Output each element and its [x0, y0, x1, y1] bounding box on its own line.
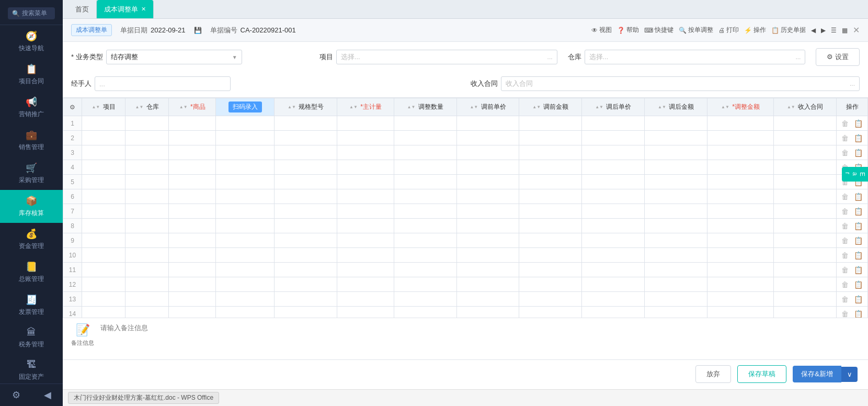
table-cell[interactable] [582, 233, 645, 248]
table-cell[interactable] [456, 219, 519, 233]
sidebar-item-invoice-mgmt[interactable]: 🧾 发票管理 [0, 289, 63, 322]
table-cell[interactable] [275, 204, 337, 219]
income-contract-input[interactable]: 收入合同 ... [501, 76, 860, 91]
table-cell[interactable] [774, 277, 837, 292]
table-cell[interactable] [169, 233, 216, 248]
copy-icon[interactable]: 📋 [854, 310, 863, 318]
table-cell[interactable] [125, 131, 169, 145]
copy-icon[interactable]: 📋 [854, 295, 863, 303]
delete-icon[interactable]: 🗑 [841, 207, 849, 216]
copy-icon[interactable]: 📋 [854, 251, 863, 260]
biz-type-input[interactable]: 结存调整 ▼ [106, 50, 242, 64]
table-cell[interactable] [337, 219, 394, 233]
collapse-icon[interactable]: ◀ [44, 389, 51, 401]
copy-icon[interactable]: 📋 [854, 119, 863, 128]
table-cell[interactable] [582, 175, 645, 189]
delete-icon[interactable]: 🗑 [841, 251, 849, 260]
table-cell[interactable] [337, 131, 394, 145]
table-cell[interactable] [774, 116, 837, 131]
table-cell[interactable] [456, 263, 519, 277]
table-cell[interactable] [519, 189, 582, 204]
table-cell[interactable] [394, 307, 456, 318]
table-cell[interactable] [275, 189, 337, 204]
tab-home[interactable]: 首页 [68, 0, 97, 18]
col-settings[interactable]: ⚙ [63, 98, 82, 116]
copy-icon[interactable]: 📋 [854, 266, 863, 274]
table-cell[interactable] [169, 131, 216, 145]
table-cell[interactable] [774, 219, 837, 233]
table-cell[interactable] [707, 204, 774, 219]
table-cell[interactable] [337, 292, 394, 307]
table-cell[interactable] [582, 204, 645, 219]
table-cell[interactable] [707, 175, 774, 189]
table-cell[interactable] [337, 175, 394, 189]
table-cell[interactable] [169, 248, 216, 263]
table-cell[interactable] [774, 248, 837, 263]
project-input[interactable]: 选择... ... [336, 50, 557, 64]
table-cell[interactable] [582, 263, 645, 277]
table-cell[interactable] [645, 131, 707, 145]
table-cell[interactable] [774, 204, 837, 219]
table-cell[interactable] [582, 145, 645, 160]
table-cell[interactable] [216, 219, 275, 233]
table-cell[interactable] [82, 175, 125, 189]
table-cell[interactable] [774, 189, 837, 204]
table-cell[interactable] [82, 263, 125, 277]
table-cell[interactable] [275, 160, 337, 175]
table-cell[interactable] [707, 263, 774, 277]
table-cell[interactable] [582, 160, 645, 175]
table-cell[interactable] [707, 131, 774, 145]
table-cell[interactable] [275, 131, 337, 145]
sidebar-search[interactable]: 🔍 搜索菜单 [0, 4, 63, 25]
sort-icon[interactable]: ▲▼ [470, 105, 478, 109]
table-cell[interactable] [82, 277, 125, 292]
table-cell[interactable] [275, 263, 337, 277]
delete-icon[interactable]: 🗑 [841, 134, 849, 142]
table-cell[interactable] [169, 189, 216, 204]
table-cell[interactable] [275, 145, 337, 160]
table-cell[interactable] [169, 307, 216, 318]
table-cell[interactable] [456, 204, 519, 219]
sidebar-item-project-contract[interactable]: 📋 项目合同 [0, 58, 63, 91]
table-cell[interactable] [519, 233, 582, 248]
table-cell[interactable] [394, 175, 456, 189]
table-cell[interactable] [337, 307, 394, 318]
table-cell[interactable] [774, 160, 837, 175]
sort-icon[interactable]: ▲▼ [532, 105, 541, 109]
table-cell[interactable] [337, 145, 394, 160]
table-cell[interactable] [337, 116, 394, 131]
delete-icon[interactable]: 🗑 [841, 149, 849, 157]
table-cell[interactable] [394, 189, 456, 204]
sidebar-item-sales-mgmt[interactable]: 💼 销售管理 [0, 124, 63, 157]
audit-btn[interactable]: 🔍 按单调整 [679, 26, 713, 35]
delete-icon[interactable]: 🗑 [841, 280, 849, 289]
table-cell[interactable] [645, 233, 707, 248]
save-new-arrow-button[interactable]: ∨ [841, 367, 858, 382]
sort-icon[interactable]: ▲▼ [658, 105, 666, 109]
right-edge-tab[interactable]: Ear [842, 167, 868, 182]
nav-next-btn[interactable]: ▶ [821, 27, 826, 34]
table-cell[interactable] [456, 307, 519, 318]
table-cell[interactable] [337, 233, 394, 248]
copy-icon[interactable]: 📋 [854, 149, 863, 157]
table-cell[interactable] [774, 233, 837, 248]
copy-icon[interactable]: 📋 [854, 280, 863, 289]
table-cell[interactable] [216, 277, 275, 292]
table-cell[interactable] [82, 204, 125, 219]
table-cell[interactable] [216, 248, 275, 263]
sort-icon[interactable]: ▲▼ [288, 105, 296, 109]
table-cell[interactable] [394, 131, 456, 145]
sort-icon[interactable]: ▲▼ [92, 105, 100, 109]
delete-icon[interactable]: 🗑 [841, 310, 849, 318]
table-cell[interactable] [337, 189, 394, 204]
table-cell[interactable] [456, 277, 519, 292]
handler-input[interactable]: ... [95, 76, 231, 91]
table-cell[interactable] [519, 292, 582, 307]
table-cell[interactable] [125, 189, 169, 204]
table-cell[interactable] [645, 160, 707, 175]
sort-icon[interactable]: ▲▼ [349, 105, 358, 109]
table-cell[interactable] [394, 160, 456, 175]
table-cell[interactable] [337, 204, 394, 219]
table-cell[interactable] [456, 116, 519, 131]
table-cell[interactable] [582, 189, 645, 204]
